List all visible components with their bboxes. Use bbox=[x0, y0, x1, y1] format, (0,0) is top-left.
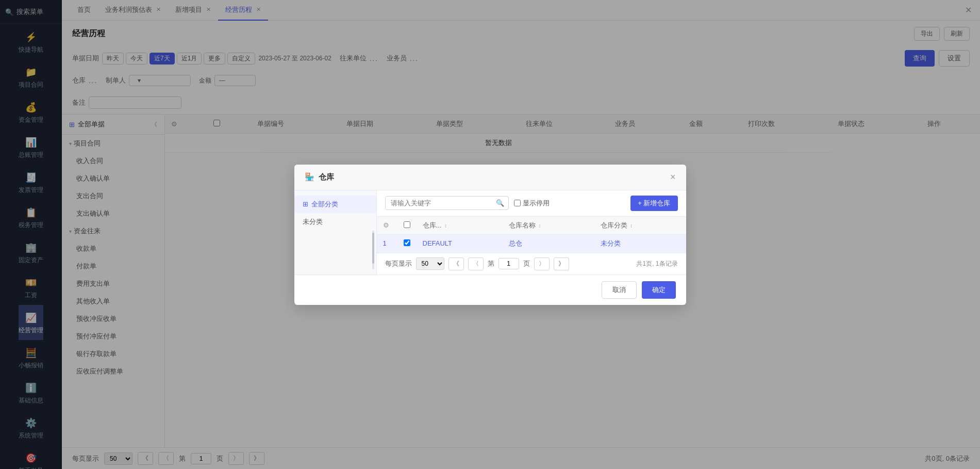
show-disabled-checkbox[interactable] bbox=[514, 200, 521, 206]
row-checkbox-cell bbox=[397, 234, 417, 252]
grid-icon: ⊞ bbox=[303, 200, 308, 208]
modal-prev-page[interactable]: 〈 bbox=[468, 257, 484, 270]
modal-all-category-label: 全部分类 bbox=[311, 200, 338, 209]
modal-first-page[interactable]: 《 bbox=[449, 257, 464, 270]
modal-th-settings: ⚙ bbox=[377, 217, 397, 235]
modal-left-panel: ⊞ 全部分类 未分类 bbox=[294, 190, 377, 274]
modal-search-input[interactable] bbox=[386, 197, 492, 209]
modal-search-icon[interactable]: 🔍 bbox=[492, 197, 508, 209]
modal-footer-bar: 每页显示 50 100 《 〈 第 页 〉 》 共1页, 1条记录 bbox=[377, 253, 686, 274]
column-settings-icon[interactable]: ⚙ bbox=[383, 221, 389, 229]
modal-page-label: 页 bbox=[523, 259, 530, 268]
modal-last-page[interactable]: 》 bbox=[554, 257, 569, 270]
modal-confirm-button[interactable]: 确定 bbox=[642, 281, 676, 299]
select-all-checkbox[interactable] bbox=[404, 221, 410, 228]
modal-th-checkbox bbox=[397, 217, 417, 235]
modal-th-category: 仓库分类 ↕ bbox=[594, 217, 686, 235]
row-checkbox[interactable] bbox=[404, 239, 410, 246]
modal-title-text: 仓库 bbox=[319, 172, 334, 182]
modal-header: 🏪 仓库 × bbox=[294, 165, 686, 190]
modal-page-input[interactable] bbox=[499, 258, 519, 269]
modal-per-page-label: 每页显示 bbox=[385, 259, 412, 268]
modal-warehouse-table: ⚙ 仓库... ↕ 仓库名称 bbox=[377, 217, 686, 253]
modal-body: ⊞ 全部分类 未分类 🔍 bbox=[294, 190, 686, 274]
modal-unclassified[interactable]: 未分类 bbox=[294, 213, 376, 231]
modal-per-page-select[interactable]: 50 100 bbox=[416, 257, 444, 270]
row-num: 1 bbox=[377, 234, 397, 252]
add-warehouse-label: + 新增仓库 bbox=[638, 199, 670, 208]
modal-th-code: 仓库... ↕ bbox=[417, 217, 503, 235]
category-sort-icon[interactable]: ↕ bbox=[630, 223, 633, 229]
modal-search-box: 🔍 bbox=[385, 196, 509, 210]
modal-close-button[interactable]: × bbox=[670, 172, 676, 183]
show-disabled-text: 显示停用 bbox=[523, 199, 550, 208]
code-sort-icon[interactable]: ↕ bbox=[444, 223, 447, 229]
show-disabled-label[interactable]: 显示停用 bbox=[514, 199, 550, 208]
modal-title: 🏪 仓库 bbox=[305, 172, 334, 182]
row-name: 总仓 bbox=[503, 234, 594, 252]
row-code: DEFAULT bbox=[417, 234, 503, 252]
warehouse-modal: 🏪 仓库 × ⊞ 全部分类 未分类 bbox=[294, 165, 686, 305]
modal-next-page[interactable]: 〉 bbox=[534, 257, 550, 270]
modal-total-info: 共1页, 1条记录 bbox=[636, 260, 677, 268]
modal-right-panel: 🔍 显示停用 + 新增仓库 ⚙ bbox=[377, 190, 686, 274]
modal-th-name: 仓库名称 ↕ bbox=[503, 217, 594, 235]
modal-cancel-button[interactable]: 取消 bbox=[602, 281, 637, 299]
name-sort-icon[interactable]: ↕ bbox=[539, 223, 541, 229]
modal-all-category[interactable]: ⊞ 全部分类 bbox=[294, 196, 376, 213]
modal-overlay[interactable]: 🏪 仓库 × ⊞ 全部分类 未分类 bbox=[0, 0, 980, 469]
modal-unclassified-label: 未分类 bbox=[303, 217, 323, 227]
modal-actions: 取消 确定 bbox=[294, 274, 686, 305]
table-row[interactable]: 1 DEFAULT 总仓 未分类 bbox=[377, 234, 686, 252]
modal-page-word: 第 bbox=[488, 259, 494, 268]
row-category: 未分类 bbox=[594, 234, 686, 252]
modal-toolbar: 🔍 显示停用 + 新增仓库 bbox=[377, 190, 686, 217]
warehouse-icon: 🏪 bbox=[305, 172, 314, 182]
modal-table-wrap: ⚙ 仓库... ↕ 仓库名称 bbox=[377, 217, 686, 253]
add-warehouse-button[interactable]: + 新增仓库 bbox=[630, 196, 677, 211]
